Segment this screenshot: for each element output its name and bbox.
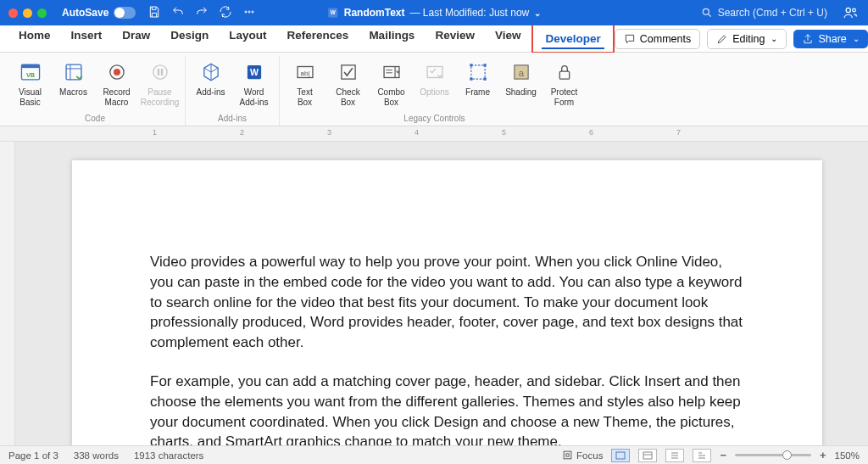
ribbon-shading-button[interactable]: aShading — [501, 56, 541, 110]
autosave-switch-icon[interactable] — [114, 7, 136, 19]
ribbon-protect-form-button[interactable]: ProtectForm — [544, 56, 584, 110]
document-name: RandomText — [344, 7, 405, 19]
char-count[interactable]: 1913 characters — [134, 450, 203, 461]
tab-review[interactable]: Review — [425, 24, 485, 53]
svg-rect-21 — [341, 65, 354, 79]
undo-icon[interactable] — [171, 5, 185, 21]
ribbon-macros-button[interactable]: Macros — [53, 56, 93, 110]
ribbon-group-label: Code — [85, 110, 105, 126]
svg-point-14 — [153, 65, 166, 79]
svg-rect-32 — [564, 451, 571, 459]
autosave-control[interactable]: AutoSave — [62, 7, 136, 19]
svg-rect-11 — [66, 64, 81, 80]
svg-point-0 — [245, 11, 247, 13]
zoom-in-button[interactable]: + — [820, 449, 826, 461]
ribbon-group-label: Legacy Controls — [403, 110, 465, 126]
svg-text:VB: VB — [25, 71, 34, 79]
tab-developer-highlight: Developer — [531, 24, 614, 53]
frame-icon — [467, 59, 489, 85]
ribbon-combo-box-button[interactable]: ComboBox — [371, 56, 411, 110]
sync-icon[interactable] — [219, 5, 232, 21]
tab-design[interactable]: Design — [160, 24, 219, 53]
textbox-icon: ab| — [294, 59, 316, 85]
ribbon-frame-button[interactable]: Frame — [458, 56, 498, 110]
tab-home[interactable]: Home — [8, 24, 61, 53]
document-title[interactable]: W RandomText — Last Modified: Just now ⌄ — [327, 7, 542, 19]
vertical-ruler[interactable] — [0, 142, 15, 445]
status-bar: Page 1 of 3 338 words 1913 characters Fo… — [0, 445, 868, 464]
page[interactable]: Video provides a powerful way to help yo… — [72, 160, 822, 445]
svg-point-7 — [853, 8, 856, 12]
ruler-number: 7 — [676, 128, 681, 137]
svg-rect-9 — [21, 64, 39, 68]
outline-view-button[interactable] — [665, 449, 684, 462]
account-icon[interactable] — [843, 5, 858, 20]
svg-rect-31 — [559, 71, 569, 79]
last-modified-label: — Last Modified: Just now — [410, 7, 530, 19]
tab-draw[interactable]: Draw — [112, 24, 160, 53]
page-indicator[interactable]: Page 1 of 3 — [8, 450, 58, 461]
svg-rect-24 — [470, 65, 484, 79]
maximize-window-button[interactable] — [37, 8, 47, 18]
svg-rect-26 — [483, 64, 486, 66]
more-icon[interactable] — [242, 5, 256, 21]
focus-mode-button[interactable]: Focus — [562, 450, 603, 461]
ribbon-group-label: Add-ins — [218, 110, 247, 126]
word-count[interactable]: 338 words — [74, 450, 119, 461]
ribbon-check-box-button[interactable]: CheckBox — [328, 56, 368, 110]
svg-rect-15 — [157, 69, 159, 75]
comments-button[interactable]: Comments — [615, 29, 700, 49]
protect-icon — [554, 59, 576, 85]
ribbon-text-box-button[interactable]: ab|TextBox — [285, 56, 325, 110]
horizontal-ruler[interactable]: 1234567 — [0, 126, 868, 142]
ribbon-tabs: HomeInsertDrawDesignLayoutReferencesMail… — [8, 24, 615, 53]
search-field[interactable]: Search (Cmd + Ctrl + U) — [701, 7, 827, 19]
ribbon-add-ins-button[interactable]: Add-ins — [191, 56, 231, 110]
search-placeholder: Search (Cmd + Ctrl + U) — [718, 7, 827, 19]
tab-view[interactable]: View — [485, 24, 531, 53]
comments-label: Comments — [640, 33, 691, 45]
zoom-out-button[interactable]: − — [720, 449, 726, 461]
svg-rect-28 — [483, 78, 486, 81]
chevron-down-icon: ⌄ — [534, 8, 541, 18]
ribbon-group-add-ins: Add-insWWordAdd-insAdd-ins — [186, 56, 280, 126]
ribbon-visual-basic-button[interactable]: VBVisualBasic — [10, 56, 50, 110]
tab-layout[interactable]: Layout — [219, 24, 276, 53]
ribbon-item-label: TextBox — [297, 87, 312, 107]
tab-insert[interactable]: Insert — [61, 24, 113, 53]
options-icon — [424, 59, 446, 85]
ruler-number: 6 — [589, 128, 593, 137]
comment-icon — [624, 33, 636, 45]
paragraph[interactable]: For example, you can add a matching cove… — [150, 372, 744, 445]
pause-icon — [149, 59, 171, 85]
ruler-number: 1 — [153, 128, 157, 137]
svg-rect-16 — [160, 69, 162, 75]
minimize-window-button[interactable] — [23, 8, 32, 18]
close-window-button[interactable] — [8, 8, 18, 18]
save-icon[interactable] — [147, 5, 161, 21]
ribbon-record-macro-button[interactable]: RecordMacro — [97, 56, 136, 110]
svg-text:ab|: ab| — [300, 70, 309, 77]
share-button[interactable]: Share ⌄ — [793, 30, 867, 48]
ribbon-options-button: Options — [415, 56, 454, 110]
checkbox-icon — [337, 59, 359, 85]
web-layout-view-button[interactable] — [638, 449, 657, 462]
chevron-down-icon: ⌄ — [771, 34, 777, 43]
quick-access-toolbar — [147, 5, 256, 21]
redo-icon[interactable] — [195, 5, 209, 21]
zoom-slider[interactable] — [735, 454, 811, 456]
ribbon-item-label: ComboBox — [377, 87, 404, 107]
draft-view-button[interactable] — [693, 449, 711, 462]
paragraph[interactable]: Video provides a powerful way to help yo… — [150, 252, 744, 353]
zoom-level[interactable]: 150% — [835, 450, 860, 461]
tab-mailings[interactable]: Mailings — [359, 24, 425, 53]
tab-references[interactable]: References — [277, 24, 359, 53]
ribbon-pause-recording-button: PauseRecording — [140, 56, 180, 110]
svg-text:W: W — [250, 67, 259, 77]
ribbon-word-add-ins-button[interactable]: WWordAdd-ins — [234, 56, 274, 110]
ribbon-group-legacy-controls: ab|TextBoxCheckBoxComboBoxOptionsFrameaS… — [280, 56, 589, 126]
print-layout-view-button[interactable] — [611, 449, 630, 462]
editing-mode-button[interactable]: Editing ⌄ — [707, 29, 787, 49]
tab-developer[interactable]: Developer — [535, 27, 610, 50]
ribbon-tabs-row: HomeInsertDrawDesignLayoutReferencesMail… — [0, 25, 868, 53]
